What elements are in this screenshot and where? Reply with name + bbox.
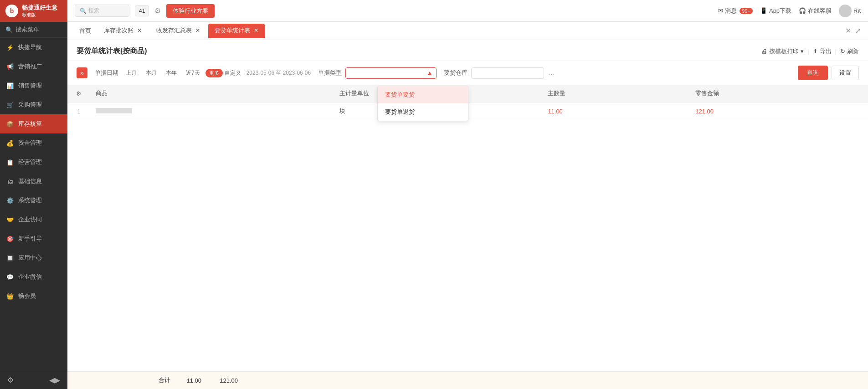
refresh-icon: ↻	[840, 48, 845, 55]
type-select-wrapper: ▲	[345, 67, 437, 79]
tab-home[interactable]: 首页	[75, 24, 96, 38]
enterprise-wechat-icon: 💬	[5, 272, 15, 282]
type-filter-group: 单据类型 ▲	[318, 67, 437, 79]
warehouse-more-icon[interactable]: …	[548, 69, 555, 77]
type-select-input[interactable]	[345, 67, 437, 79]
purchase-icon: 🛒	[5, 100, 15, 109]
tab-close-collect-summary[interactable]: ✕	[195, 27, 200, 34]
sidebar-item-member[interactable]: 👑 畅会员	[0, 287, 67, 306]
search-menu[interactable]: 🔍 搜索菜单	[0, 22, 67, 38]
topbar-gear-icon[interactable]: ⚙	[154, 6, 161, 15]
filter-expand-btn[interactable]: »	[77, 67, 87, 78]
search-icon: 🔍	[5, 26, 13, 33]
sidebar-settings-icon[interactable]: ⚙	[7, 376, 14, 384]
industry-btn[interactable]: 体验行业方案	[166, 4, 215, 18]
dropdown-item-purchase-order[interactable]: 要货单要货	[378, 86, 468, 103]
tab-inventory-batch[interactable]: 库存批次账 ✕	[98, 24, 148, 38]
tab-collect-summary[interactable]: 收发存汇总表 ✕	[150, 24, 206, 38]
sidebar-bottom: ⚙ ◀▶	[0, 371, 67, 389]
date-custom[interactable]: 自定义	[225, 69, 241, 77]
date-label: 单据日期	[95, 69, 118, 77]
refresh-btn[interactable]: ↻ 刷新	[840, 47, 859, 56]
sidebar-item-operations[interactable]: 📋 经营管理	[0, 153, 67, 172]
col-amount: 零售金额	[690, 85, 868, 102]
date-shortcut-this-month[interactable]: 本月	[142, 68, 160, 78]
tabs-expand-icon[interactable]: ⤢	[855, 26, 861, 35]
app-center-icon: 🔲	[5, 253, 15, 262]
sidebar-item-app-center[interactable]: 🔲 应用中心	[0, 248, 67, 267]
tab-order-stats[interactable]: 要货单统计表 ✕	[208, 24, 265, 38]
topbar-left: 🔍 搜索 41 ⚙ 体验行业方案	[75, 4, 215, 18]
export-btn[interactable]: ⬆ 导出	[813, 47, 832, 56]
main-area: 🔍 搜索 41 ⚙ 体验行业方案 ✉ 消息 99+ 📱 App下载 🎧 在线客服	[67, 0, 868, 389]
sidebar-item-basic-info[interactable]: 🗂 基础信息	[0, 172, 67, 191]
warehouse-input[interactable]	[471, 67, 544, 79]
date-shortcuts: 上月 本月 本年 近7天 更多 自定义	[122, 68, 241, 78]
user-area[interactable]: Rit	[839, 5, 861, 17]
system-icon: ⚙️	[5, 196, 15, 205]
search-icon: 🔍	[80, 8, 87, 14]
cooperation-icon: 🤝	[5, 215, 15, 224]
tab-close-order-stats[interactable]: ✕	[254, 27, 258, 34]
logo-text: 畅捷通好生意 标准版	[22, 4, 57, 18]
table-footer: 合计 11.00 121.00	[67, 371, 868, 389]
sidebar-item-purchase[interactable]: 🛒 采购管理	[0, 95, 67, 114]
date-shortcut-7days[interactable]: 近7天	[182, 68, 204, 78]
download-icon: 📱	[760, 7, 767, 14]
cell-seq: 1	[67, 102, 90, 120]
sidebar-collapse-icon[interactable]: ◀▶	[49, 376, 60, 384]
amount-link[interactable]: 121.00	[695, 108, 714, 115]
sidebar-item-finance[interactable]: 💰 资金管理	[0, 133, 67, 153]
tabs-right-actions: ✕ ⤢	[845, 26, 861, 35]
warehouse-label: 要货仓库	[444, 69, 467, 77]
sidebar-item-marketing[interactable]: 📢 营销推广	[0, 57, 67, 76]
query-btn[interactable]: 查询	[798, 66, 828, 80]
sidebar-item-inventory[interactable]: 📦 库存核算	[0, 114, 67, 133]
col-qty: 主数量	[542, 85, 690, 102]
date-range-display: 2023-05-06 至 2023-06-06	[247, 69, 311, 77]
cell-amount: 121.00	[690, 102, 868, 120]
sidebar-item-quick-nav[interactable]: ⚡ 快捷导航	[0, 38, 67, 57]
sidebar-item-cooperation[interactable]: 🤝 企业协同	[0, 210, 67, 229]
export-icon: ⬆	[813, 48, 818, 55]
inventory-icon: 📦	[5, 119, 15, 128]
settings-btn[interactable]: 设置	[832, 66, 859, 80]
online-service-btn[interactable]: 🎧 在线客服	[799, 7, 832, 15]
marketing-icon: 📢	[5, 62, 15, 71]
member-icon: 👑	[5, 292, 15, 301]
type-select-arrow[interactable]: ▲	[426, 69, 433, 77]
sidebar-item-system[interactable]: ⚙️ 系统管理	[0, 191, 67, 210]
date-shortcut-last-month[interactable]: 上月	[122, 68, 140, 78]
col-product: 商品	[90, 85, 334, 102]
footer-label: 合计	[159, 376, 170, 384]
filter-actions: 查询 设置	[798, 66, 859, 80]
dropdown-item-return-order[interactable]: 要货单退货	[378, 103, 468, 121]
date-shortcut-more[interactable]: 更多	[205, 69, 223, 77]
tabs-close-all-icon[interactable]: ✕	[845, 26, 851, 35]
print-dropdown-icon[interactable]: ▾	[801, 48, 804, 55]
app-logo: b 畅捷通好生意 标准版	[0, 0, 67, 22]
tabs-bar: 首页 库存批次账 ✕ 收发存汇总表 ✕ 要货单统计表 ✕ ✕ ⤢	[67, 22, 868, 40]
sidebar-item-guide[interactable]: 🎯 新手引导	[0, 229, 67, 248]
footer-qty: 11.00	[170, 377, 207, 384]
print-btn[interactable]: 🖨 按模板打印 ▾	[761, 47, 804, 56]
qty-link[interactable]: 11.00	[548, 108, 563, 115]
page-actions: 🖨 按模板打印 ▾ | ⬆ 导出 | ↻ 刷新	[761, 47, 859, 56]
logo-icon: b	[5, 5, 18, 17]
tab-close-inventory-batch[interactable]: ✕	[137, 27, 142, 34]
table-settings-icon[interactable]: ⚙	[76, 90, 82, 97]
footer-amount: 121.00	[207, 377, 243, 384]
sidebar-item-enterprise-wechat[interactable]: 💬 企业微信	[0, 267, 67, 287]
app-download-btn[interactable]: 📱 App下载	[760, 7, 791, 15]
operations-icon: 📋	[5, 158, 15, 167]
topbar-right: ✉ 消息 99+ 📱 App下载 🎧 在线客服 Rit	[718, 5, 861, 17]
col-settings[interactable]: ⚙	[67, 85, 90, 102]
sidebar: b 畅捷通好生意 标准版 🔍 搜索菜单 ⚡ 快捷导航 📢 营销推广 📊 销售管理…	[0, 0, 67, 389]
sidebar-nav: ⚡ 快捷导航 📢 营销推广 📊 销售管理 🛒 采购管理 📦 库存核算 💰 资金管…	[0, 38, 67, 371]
topbar: 🔍 搜索 41 ⚙ 体验行业方案 ✉ 消息 99+ 📱 App下载 🎧 在线客服	[67, 0, 868, 22]
topbar-search-box[interactable]: 🔍 搜索	[75, 5, 129, 17]
user-avatar	[839, 5, 852, 17]
sidebar-item-sales[interactable]: 📊 销售管理	[0, 76, 67, 95]
date-shortcut-this-year[interactable]: 本年	[162, 68, 180, 78]
message-btn[interactable]: ✉ 消息 99+	[718, 7, 753, 15]
